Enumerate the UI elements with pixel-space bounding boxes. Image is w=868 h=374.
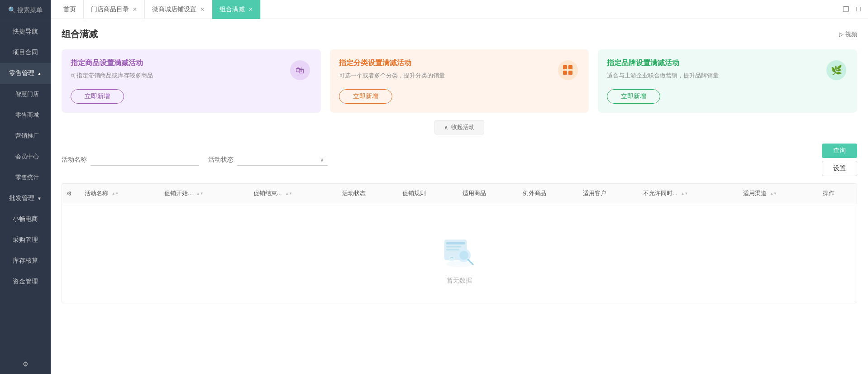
th-no-concurrent-label: 不允许同时... [643, 190, 677, 197]
product-promo-card: 指定商品设置满减活动 可指定滞销商品或库存较多商品 🛍 立即新增 [62, 49, 321, 113]
collapse-button[interactable]: ∧ 收起活动 [434, 120, 484, 134]
svg-rect-2 [563, 71, 567, 75]
th-activity-status: 活动状态 [338, 184, 398, 203]
brand-card-title: 指定品牌设置满减活动 [607, 58, 848, 68]
sidebar-item-label: 采购管理 [13, 236, 38, 243]
activity-name-label: 活动名称 [62, 156, 87, 164]
restore-icon[interactable]: ❐ [841, 5, 851, 14]
th-applicable-customer: 适用客户 [578, 184, 639, 203]
collapse-label: 收起活动 [451, 123, 475, 131]
sidebar-item-retail-mgmt[interactable]: 零售管理 ▲ [0, 63, 51, 84]
th-applicable-channel[interactable]: 适用渠道 ▲▼ [739, 184, 818, 203]
category-card-btn[interactable]: 立即新增 [339, 89, 392, 104]
product-card-btn[interactable]: 立即新增 [71, 89, 124, 104]
sidebar-item-wholesale-mgmt[interactable]: 批发管理 ▼ [0, 188, 51, 209]
play-icon: ▷ [839, 31, 844, 38]
th-promo-rules-label: 促销规则 [402, 190, 426, 197]
gear-icon: ⚙ [67, 190, 72, 197]
sidebar-item-member-center[interactable]: 会员中心 [0, 146, 51, 167]
th-applicable-channel-label: 适用渠道 [743, 190, 767, 197]
th-operations: 操作 [818, 184, 857, 203]
sidebar-item-smart-store[interactable]: 智慧门店 [0, 84, 51, 105]
activity-status-label: 活动状态 [208, 156, 234, 164]
sidebar-settings[interactable]: ⚙ [0, 354, 51, 374]
sidebar-item-label: 营销推广 [15, 132, 39, 139]
svg-point-10 [459, 251, 468, 260]
sidebar-item-purchase-mgmt[interactable]: 采购管理 [0, 230, 51, 250]
svg-point-4 [446, 261, 472, 267]
filter-activity-name: 活动名称 [62, 154, 199, 166]
video-link[interactable]: ▷ 视频 [839, 30, 857, 38]
query-button[interactable]: 查询 [822, 144, 857, 158]
content-area: 组合满减 ▷ 视频 指定商品设置满减活动 可指定滞销商品或库存较多商品 🛍 立即… [51, 19, 868, 374]
settings-button[interactable]: 设置 [822, 161, 857, 176]
th-no-concurrent[interactable]: 不允许同时... ▲▼ [639, 184, 738, 203]
th-promo-start[interactable]: 促销开始... ▲▼ [160, 184, 248, 203]
empty-text: 暂无数据 [447, 277, 472, 285]
svg-rect-3 [568, 71, 572, 75]
th-excluded-goods-label: 例外商品 [523, 190, 546, 197]
tab-store-catalog[interactable]: 门店商品目录 ✕ [84, 0, 145, 19]
tab-combo-discount-label: 组合满减 [219, 5, 245, 14]
th-applicable-goods-label: 适用商品 [463, 190, 486, 197]
data-table: ⚙ 活动名称 ▲▼ 促销开始... ▲▼ 促销结束... ▲▼ [62, 184, 857, 303]
th-promo-end-label: 促销结束... [253, 190, 282, 197]
product-card-desc: 可指定滞销商品或库存较多商品 [71, 72, 312, 80]
product-card-icon: 🛍 [290, 60, 310, 80]
sidebar-item-label: 小畅电商 [13, 215, 38, 222]
th-applicable-goods: 适用商品 [458, 184, 518, 203]
tabbar: 首页 门店商品目录 ✕ 微商城店铺设置 ✕ 组合满减 ✕ ❐ □ [51, 0, 868, 19]
tab-combo-discount[interactable]: 组合满减 ✕ [212, 0, 261, 19]
tab-store-catalog-close[interactable]: ✕ [133, 6, 137, 13]
table-header-row: ⚙ 活动名称 ▲▼ 促销开始... ▲▼ 促销结束... ▲▼ [62, 184, 857, 203]
th-activity-status-label: 活动状态 [342, 190, 366, 197]
th-activity-name[interactable]: 活动名称 ▲▼ [80, 184, 160, 203]
tab-wechat-store-settings[interactable]: 微商城店铺设置 ✕ [145, 0, 212, 19]
sidebar-item-project-contract[interactable]: 项目合同 [0, 42, 51, 63]
th-activity-name-label: 活动名称 [85, 190, 108, 197]
sidebar-item-xiaochang-ecom[interactable]: 小畅电商 [0, 209, 51, 230]
sidebar-item-marketing[interactable]: 营销推广 [0, 125, 51, 146]
product-card-title: 指定商品设置满减活动 [71, 58, 312, 68]
sidebar-item-label: 项目合同 [13, 48, 38, 56]
th-promo-end[interactable]: 促销结束... ▲▼ [249, 184, 338, 203]
sort-icon: ▲▼ [770, 192, 777, 196]
sidebar-item-label: 快捷导航 [13, 28, 38, 35]
activity-status-select[interactable] [237, 154, 328, 166]
category-card-desc: 可选一个或者多个分类，提升分类的销量 [339, 72, 580, 80]
svg-rect-1 [568, 65, 572, 69]
tab-home[interactable]: 首页 [56, 0, 84, 19]
sort-icon: ▲▼ [681, 192, 688, 196]
sidebar-item-label: 库存核算 [13, 257, 38, 264]
promo-cards-row: 指定商品设置满减活动 可指定滞销商品或库存较多商品 🛍 立即新增 指定分类设置满… [62, 49, 857, 113]
tab-store-catalog-label: 门店商品目录 [91, 5, 129, 14]
category-card-title: 指定分类设置满减活动 [339, 58, 580, 68]
sidebar-item-fund-mgmt[interactable]: 资金管理 [0, 271, 51, 292]
svg-rect-8 [446, 249, 459, 250]
th-gear[interactable]: ⚙ [62, 184, 80, 203]
collapse-row: ∧ 收起活动 [62, 120, 857, 134]
tabbar-actions: ❐ □ [841, 5, 863, 14]
sidebar-item-retail-stats[interactable]: 零售统计 [0, 167, 51, 188]
video-label: 视频 [845, 30, 857, 38]
sidebar-item-retail-mall[interactable]: 零售商城 [0, 105, 51, 125]
activity-name-input[interactable] [91, 154, 199, 166]
tab-wechat-store-close[interactable]: ✕ [200, 6, 205, 13]
sidebar-item-label: 零售商城 [15, 111, 39, 118]
filter-row: 活动名称 活动状态 ∨ 查询 设置 [62, 144, 857, 176]
tab-home-label: 首页 [63, 5, 76, 14]
tab-wechat-store-label: 微商城店铺设置 [152, 5, 196, 14]
sidebar-item-quick-nav[interactable]: 快捷导航 [0, 21, 51, 42]
sidebar-item-inventory-check[interactable]: 库存核算 [0, 250, 51, 271]
maximize-icon[interactable]: □ [854, 5, 863, 14]
sidebar-search[interactable]: 🔍 搜索菜单 [0, 0, 51, 21]
svg-rect-7 [446, 246, 461, 247]
sidebar: 🔍 搜索菜单 快捷导航 项目合同 零售管理 ▲ 智慧门店 零售商城 营销推广 会… [0, 0, 51, 374]
svg-point-12 [449, 255, 455, 261]
sidebar-item-label: 会员中心 [15, 153, 39, 160]
brand-card-btn[interactable]: 立即新增 [607, 89, 660, 104]
tab-combo-discount-close[interactable]: ✕ [248, 6, 253, 13]
th-promo-start-label: 促销开始... [164, 190, 193, 197]
category-promo-card: 指定分类设置满减活动 可选一个或者多个分类，提升分类的销量 立即新增 [330, 49, 589, 113]
empty-illustration [437, 230, 482, 271]
